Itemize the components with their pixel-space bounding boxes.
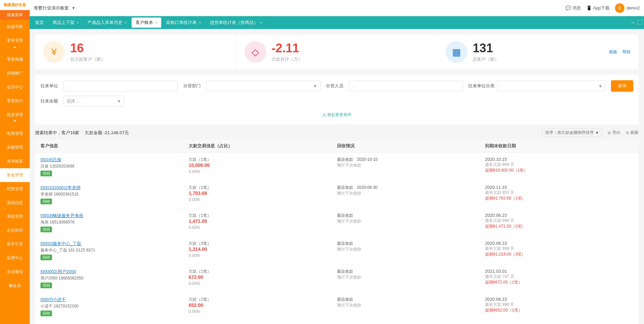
recent-label: 最近收款 2020-06-30 — [337, 185, 485, 190]
customer-tag: 现销 — [40, 255, 52, 260]
sidebar-item-search[interactable]: 搜索菜单 — [0, 10, 30, 20]
chevron-down-icon: ▼ — [117, 99, 121, 104]
sidebar-item-newbie[interactable]: 新手引导 — [0, 237, 30, 251]
export-button[interactable]: ⊙ 导出 — [608, 130, 620, 136]
sidebar-item-operations[interactable]: 经营管理 — [0, 182, 30, 196]
debt-info: 欠款（1笔） 1,703.68 0.00% — [189, 185, 337, 202]
filter-balance: 往来余额 选择... ▼ — [40, 96, 633, 107]
tab-customer-account[interactable]: 客户账本 × — [132, 18, 161, 28]
sidebar-item-retail-mgmt[interactable]: 零售管理 ▲ — [0, 34, 30, 53]
overdue-text[interactable]: 超期¥1,471.00（1笔） — [485, 224, 633, 229]
customer-name[interactable]: [0007]小进千 — [40, 297, 189, 303]
due-date: 2021.03.01 — [485, 269, 633, 274]
sort-label: 排序：按欠款金额倒序排序 — [545, 130, 594, 136]
search-button[interactable]: 查询 — [611, 80, 633, 92]
sidebar-item-corp-wechat[interactable]: 企业微信 — [0, 265, 30, 279]
overdue-text[interactable]: 超期¥1,703.68（1笔） — [485, 196, 633, 201]
collapse-button[interactable]: ⋀ 收起更多条件 — [40, 111, 633, 119]
refresh-button[interactable]: ⊙ 刷新 — [626, 130, 639, 136]
overdue-text[interactable]: 超期¥1,214.00（3笔） — [485, 252, 633, 257]
tab-customer-account-label: 客户账本 — [136, 20, 153, 26]
customer-contact: 李老师 18600391516 — [40, 192, 189, 197]
sort-control[interactable]: 排序：按欠款金额倒序排序 ▼ — [542, 128, 602, 137]
debt-amount[interactable]: 1,703.68 — [189, 190, 337, 196]
help-link[interactable]: 帮助 — [622, 49, 631, 55]
app-download-button[interactable]: 📱 App下载 — [586, 5, 610, 11]
customer-name[interactable]: [0002]服务中心_丁磊 — [40, 241, 189, 247]
debt-amount[interactable]: 672.00 — [189, 274, 337, 280]
dropdown-icon[interactable]: ▼ — [72, 6, 76, 10]
unit-category-select[interactable]: ▼ — [497, 81, 606, 91]
sidebar-item-retail-stats[interactable]: 零售统计 — [0, 94, 30, 108]
sidebar-item-basics[interactable]: 基础信息 — [0, 196, 30, 210]
tab-goods-off[interactable]: 商品上下架 × — [49, 18, 83, 28]
sidebar-item-member-club[interactable]: 畅会员 — [0, 279, 30, 293]
minimize-icon[interactable]: – — [632, 20, 635, 26]
stat-card-debt-customers: ¥ 16 总欠款客户（家） — [35, 34, 236, 69]
sidebar-item-marketing[interactable]: 营销推广 — [0, 66, 30, 80]
sidebar-item-system[interactable]: 系统管理 — [0, 210, 30, 224]
debt-amount[interactable]: 10,000.00 — [189, 163, 337, 168]
manager-input[interactable]: ··· — [349, 81, 463, 91]
result-info: 搜索结果中，客户16家 欠款金额 -21,148.07元 排序：按欠款金额倒序排… — [35, 128, 639, 137]
tab-purchase-stats[interactable]: 进货单统计表（按商品） × — [206, 18, 266, 28]
table-header: 客户信息 欠款交易信息（占比） 回收情况 到期未收款日期 — [35, 140, 639, 153]
close-icon[interactable]: × — [124, 21, 127, 25]
overdue-text[interactable]: 超期¥10,000.00（1笔） — [485, 168, 633, 173]
due-info: 2020.10.15 最长欠款 884 天 超期¥10,000.00（1笔） — [485, 157, 633, 173]
sidebar-item-inventory[interactable]: 库存核算 — [0, 154, 30, 168]
customer-name[interactable]: [0016]吕俊 — [40, 157, 189, 163]
customer-name[interactable]: [0001020001]李老师 — [40, 185, 189, 191]
tab-product-history[interactable]: 产成品入库单历史 × — [83, 18, 131, 28]
filter-unit-category: 往来单位分类 ▼ — [468, 81, 606, 91]
dept-select[interactable]: ▼ — [206, 81, 320, 91]
due-date: 2020.11.15 — [485, 185, 633, 190]
due-info: 2020.06.23 最长欠款 998 天 超期¥1,214.00（3笔） — [485, 241, 633, 257]
balance-select[interactable]: 选择... ▼ — [63, 96, 124, 107]
debt-customers-label: 总欠款客户（家） — [70, 56, 105, 62]
app-logo: 畅捷通好生意 — [0, 0, 30, 10]
from-unit-input[interactable]: ··· — [63, 81, 178, 91]
export-label: 导出 — [612, 130, 620, 136]
tab-home[interactable]: 首页 — [31, 18, 48, 28]
maximize-icon[interactable]: ⛶ — [637, 20, 643, 26]
overdue-text[interactable]: 超期¥672.00（1笔） — [485, 279, 633, 285]
sidebar-item-ecommerce[interactable]: 电商管理 — [0, 127, 30, 141]
close-icon[interactable]: × — [260, 21, 262, 25]
sidebar-item-enterprise[interactable]: 企业协同 — [0, 224, 30, 237]
sidebar-item-purchase[interactable]: 采购管理 — [0, 141, 30, 154]
due-info: 2020.11.15 最长欠款 853 天 超期¥1,703.68（1笔） — [485, 185, 633, 201]
message-button[interactable]: 💬 消息 — [565, 5, 581, 11]
tab-purchase-order[interactable]: 采购订单统计表 × — [162, 18, 205, 28]
sidebar-item-batch-mgmt[interactable]: 批发管理 ▼ — [0, 108, 30, 127]
overdue-text[interactable]: 超期¥652.00（1笔） — [485, 307, 633, 313]
tab-home-label: 首页 — [35, 20, 44, 26]
sidebar-item-finance[interactable]: 资金管理 — [0, 168, 30, 182]
customer-name[interactable]: [0003]畅捷服务尹海燕 — [40, 213, 189, 219]
app-download-label: App下载 — [593, 5, 610, 11]
customer-name[interactable]: [000002]用户2050 — [40, 269, 189, 275]
close-icon[interactable]: × — [199, 21, 201, 25]
debt-amount[interactable]: 1,471.00 — [189, 218, 337, 224]
sidebar-item-quick-nav[interactable]: 快捷导航 — [0, 20, 30, 34]
video-link[interactable]: 视频 — [609, 49, 617, 55]
close-icon[interactable]: × — [77, 21, 79, 25]
topbar-left: 母婴行业演示账套 ▼ — [34, 5, 76, 11]
debt-amount[interactable]: 1,214.00 — [189, 246, 337, 252]
close-icon[interactable]: × — [155, 21, 157, 25]
debt-customers-icon: ¥ — [43, 41, 65, 63]
sidebar-item-members[interactable]: 会员中心 — [0, 80, 30, 94]
customer-info: [0007]小进千 小进千 18279152100 现销 — [40, 297, 189, 316]
sidebar-label: 畅会员 — [9, 283, 21, 289]
sidebar-item-app-center[interactable]: 应用中心 — [0, 251, 30, 265]
sidebar-item-retail-mall[interactable]: 零售商城 — [0, 53, 30, 66]
overdue-days: 最长欠款 998 天 — [485, 218, 633, 224]
result-summary-text: 搜索结果中，客户16家 — [35, 130, 79, 135]
debt-amount[interactable]: 652.00 — [189, 302, 337, 308]
sidebar-label: 新手引导 — [7, 241, 23, 247]
user-menu[interactable]: D demo2 — [615, 3, 640, 13]
due-date: 2020.06.23 — [485, 213, 633, 218]
due-date: 2020.06.23 — [485, 241, 633, 246]
collection-info: 最近收款 预计下次收款 — [337, 213, 485, 224]
overdue-days: 最长欠款 998 天 — [485, 302, 633, 307]
